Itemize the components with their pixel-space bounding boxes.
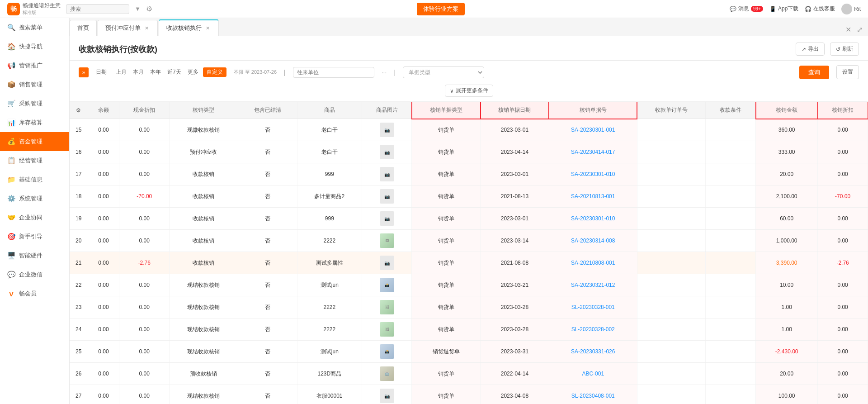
bill-no-link[interactable]: SA-20230414-017 (571, 149, 615, 155)
table-row: 25 0.00 0.00 现结收款核销 否 测试jun 📸 销货退货单 2023… (70, 341, 868, 363)
sidebar-item-search[interactable]: 🔍 搜索菜单 (0, 18, 69, 37)
cell-bill-date: 2023-03-28 (481, 318, 549, 341)
tab-home[interactable]: 首页 (70, 20, 97, 36)
sidebar-item-finance[interactable]: 💰 资金管理 (0, 132, 69, 151)
sidebar-item-weixin[interactable]: 💬 企业微信 (0, 265, 69, 284)
cell-writeoff-type: 收款核销 (170, 252, 238, 274)
col-product-image: 商品图片 (362, 102, 412, 119)
tab-prepay[interactable]: 预付冲应付单 ✕ (98, 20, 158, 36)
sidebar-item-purchase[interactable]: 🛒 采购管理 (0, 94, 69, 113)
sidebar-item-nav[interactable]: 🏠 快捷导航 (0, 37, 69, 56)
sidebar-item-marketing[interactable]: 📢 营销推广 (0, 56, 69, 75)
cell-receipt-condition (706, 185, 756, 208)
vip-icon: V (7, 290, 15, 298)
cell-product-image: 📷 (362, 252, 412, 274)
date-more-button[interactable]: 更多 (186, 67, 200, 77)
query-button[interactable]: 查询 (799, 66, 829, 79)
cell-writeoff-discount: 0.00 (818, 385, 868, 404)
cell-product-image: 📸 (362, 341, 412, 363)
date-last-month-button[interactable]: 上月 (114, 67, 128, 77)
settings-gear-icon[interactable]: ⚙ (76, 107, 81, 114)
export-icon: ↗ (802, 46, 806, 52)
bill-type-select[interactable]: 单据类型 (403, 67, 484, 78)
export-button[interactable]: ↗ 导出 (796, 43, 825, 56)
cell-id: 16 (70, 141, 88, 163)
app-download-item[interactable]: 📱 App下载 (769, 5, 798, 13)
sidebar-item-operations[interactable]: 📋 经营管理 (0, 151, 69, 170)
cell-receipt-condition (706, 230, 756, 252)
sidebar-item-guide[interactable]: 🎯 新手引导 (0, 227, 69, 246)
tab-writeoff[interactable]: 收款核销执行 ✕ (159, 19, 219, 36)
bill-no-link[interactable]: SA-20230301-001 (571, 127, 615, 133)
message-item[interactable]: 💬 消息 99+ (730, 5, 763, 13)
table-wrapper: ⚙ 余额 现金折扣 核销类型 包含已结清 商品 商品图片 核销单据类型 核销单据… (70, 102, 868, 404)
cell-id: 15 (70, 119, 88, 141)
sidebar-item-sales[interactable]: 📦 销售管理 (0, 75, 69, 94)
bill-no-link[interactable]: SL-20230328-002 (571, 326, 615, 333)
filter-toggle-button[interactable]: » (79, 67, 89, 77)
bill-no-link[interactable]: SA-20230331-026 (571, 348, 615, 355)
cell-writeoff-discount: 0.00 (818, 141, 868, 163)
cell-bill-report-type: 销货单 (412, 274, 481, 296)
search-input[interactable] (66, 4, 129, 14)
cell-bill-report-type: 销货退货单 (412, 341, 481, 363)
sidebar-item-basic[interactable]: 📁 基础信息 (0, 170, 69, 189)
sidebar-item-enterprise[interactable]: 🤝 企业协同 (0, 208, 69, 227)
partner-more-icon[interactable]: ··· (382, 69, 387, 76)
cell-cash-discount: 0.00 (119, 119, 170, 141)
sidebar-item-system[interactable]: ⚙️ 系统管理 (0, 189, 69, 208)
product-image: 📷 (380, 145, 394, 159)
bill-no-link[interactable]: SA-20210808-001 (571, 260, 615, 266)
online-service-item[interactable]: 🎧 在线客服 (805, 5, 835, 13)
bill-no-link[interactable]: SA-20230301-010 (571, 171, 615, 177)
cell-id: 25 (70, 341, 88, 363)
table-row: 24 0.00 0.00 现结收款核销 否 2222 🖼 销货单 2023-03… (70, 318, 868, 341)
bill-no-link[interactable]: SL-20230408-001 (571, 393, 615, 399)
cell-bill-no: SA-20230321-012 (549, 274, 637, 296)
bill-no-link[interactable]: SA-20230301-010 (571, 215, 615, 222)
partner-input[interactable] (293, 67, 374, 78)
table-row: 15 0.00 0.00 现缴收款核销 否 老白干 📷 销货单 2023-03-… (70, 119, 868, 141)
cell-bill-report-type: 销货单 (412, 252, 481, 274)
cell-product: 多计量商品2 (297, 185, 362, 208)
date-this-year-button[interactable]: 本年 (148, 67, 163, 77)
cell-bill-report-type: 销货单 (412, 119, 481, 141)
bill-no-link[interactable]: SA-20230314-008 (571, 238, 615, 244)
cell-receipt-order-no (637, 141, 706, 163)
tab-writeoff-close[interactable]: ✕ (204, 25, 211, 32)
cell-balance: 0.00 (88, 252, 119, 274)
tab-prepay-close[interactable]: ✕ (143, 25, 150, 32)
bill-no-link[interactable]: SA-20230321-012 (571, 282, 615, 288)
cell-receipt-order-no (637, 208, 706, 230)
cell-writeoff-amount: 3,390.00 (756, 252, 818, 274)
date-this-month-button[interactable]: 本月 (131, 67, 146, 77)
cell-bill-no: SA-20230301-001 (549, 119, 637, 141)
cell-bill-report-type: 销货单 (412, 163, 481, 185)
tab-maximize-button[interactable]: ⤢ (855, 24, 864, 36)
dropdown-arrow-icon[interactable]: ▼ (135, 5, 141, 12)
bill-no-link[interactable]: SA-20210813-001 (571, 193, 615, 200)
date-7days-button[interactable]: 近7天 (165, 67, 183, 77)
tab-close-all-button[interactable]: ✕ (844, 24, 853, 36)
settings-button[interactable]: 设置 (836, 65, 859, 79)
cell-bill-no: SA-20230301-010 (549, 208, 637, 230)
date-custom-button[interactable]: 自定义 (203, 67, 226, 77)
settings-icon[interactable]: ⚙ (146, 5, 152, 13)
solution-button[interactable]: 体验行业方案 (417, 3, 465, 15)
sidebar-item-hardware[interactable]: 🖥️ 智能硬件 (0, 246, 69, 265)
cell-product: 123D商品 (297, 363, 362, 385)
refresh-button[interactable]: ↺ 刷新 (830, 43, 859, 56)
bill-no-link[interactable]: SL-20230328-001 (571, 304, 615, 310)
marketing-icon: 📢 (7, 62, 15, 70)
sidebar-item-vip[interactable]: V 畅会员 (0, 284, 69, 303)
cell-receipt-condition (706, 163, 756, 185)
bill-no-link[interactable]: ABC-001 (582, 371, 604, 377)
cell-bill-no: SL-20230328-002 (549, 318, 637, 341)
expand-button[interactable]: ∨ 展开更多条件 (445, 85, 493, 97)
cell-receipt-order-no (637, 296, 706, 318)
user-item[interactable]: Rit (841, 4, 861, 14)
refresh-icon: ↺ (836, 46, 840, 52)
cell-writeoff-amount: 2,100.00 (756, 185, 818, 208)
col-settings[interactable]: ⚙ (70, 102, 88, 119)
sidebar-item-inventory[interactable]: 📊 库存核算 (0, 113, 69, 132)
